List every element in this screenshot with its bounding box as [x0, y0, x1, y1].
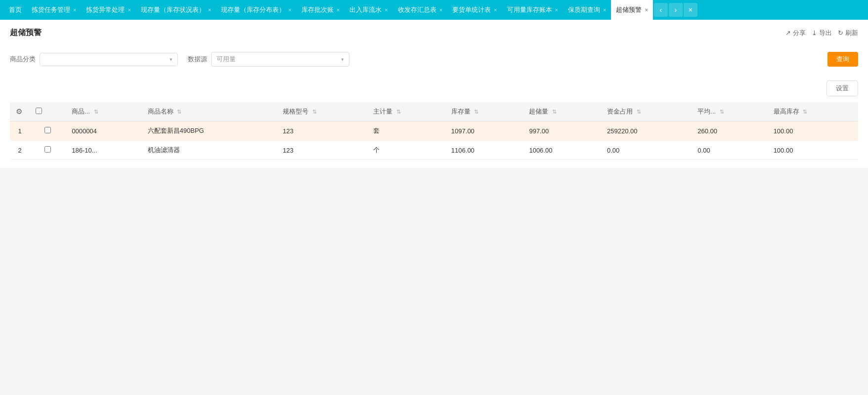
- nav-batch[interactable]: 库存批次账 ×: [297, 0, 345, 20]
- close-stock-status[interactable]: ×: [208, 7, 211, 13]
- sort-product-name-icon: ⇅: [177, 109, 181, 115]
- col-checkbox: [30, 102, 66, 121]
- nav-order-stat[interactable]: 要货单统计表 ×: [447, 0, 502, 20]
- row-2-product-name: 机油滤清器: [142, 141, 277, 160]
- refresh-button[interactable]: ↻ 刷新: [838, 29, 858, 38]
- row-2-stock-qty: 1106.00: [445, 141, 523, 160]
- col-product-code-label: 商品...: [72, 108, 90, 115]
- nav-more-arrow[interactable]: ×: [684, 3, 697, 17]
- data-source-select[interactable]: 可用量 ▾: [211, 52, 349, 67]
- nav-home[interactable]: 首页: [4, 0, 27, 20]
- close-stock-dist[interactable]: ×: [288, 7, 291, 13]
- select-all-checkbox[interactable]: [36, 108, 42, 114]
- col-product-name[interactable]: 商品名称 ⇅: [142, 102, 277, 121]
- settings-row: 设置: [10, 80, 858, 96]
- product-category-label: 商品分类: [10, 55, 36, 64]
- col-overstock-qty-label: 超储量: [529, 108, 548, 115]
- row-2-checkbox[interactable]: [44, 146, 51, 153]
- close-order-stat[interactable]: ×: [494, 7, 497, 13]
- sort-overstock-qty-icon: ⇅: [552, 109, 557, 115]
- sort-stock-qty-icon: ⇅: [474, 109, 478, 115]
- row-1-capital-usage: 259220.00: [601, 121, 692, 141]
- data-table: ⚙ 商品... ⇅ 商品名称 ⇅ 规格型号 ⇅ 主计量: [10, 102, 858, 160]
- top-nav: 首页 拣货任务管理 × 拣货异常处理 × 现存量（库存状况表） × 现存量（库存…: [0, 0, 868, 20]
- col-spec[interactable]: 规格型号 ⇅: [277, 102, 367, 121]
- close-available[interactable]: ×: [555, 7, 558, 13]
- close-collect[interactable]: ×: [439, 7, 442, 13]
- close-quality[interactable]: ×: [603, 7, 606, 13]
- row-num-2: 2: [10, 141, 30, 160]
- table-row: 1 0000004 六配套新昌490BPG 123 套 1097.00 997.…: [10, 121, 858, 141]
- col-spec-label: 规格型号: [283, 108, 308, 115]
- nav-collect[interactable]: 收发存汇总表 ×: [393, 0, 447, 20]
- product-category-value: [45, 56, 47, 63]
- share-button[interactable]: ↗ 分享: [785, 29, 806, 38]
- filter-actions: 查询: [827, 52, 858, 67]
- col-settings: ⚙: [10, 102, 30, 121]
- column-settings-icon[interactable]: ⚙: [16, 107, 22, 116]
- close-abnormal[interactable]: ×: [128, 7, 130, 13]
- row-2-max-stock: 100.00: [768, 141, 858, 160]
- row-1-avg: 260.00: [692, 121, 767, 141]
- col-overstock-qty[interactable]: 超储量 ⇅: [523, 102, 601, 121]
- col-max-stock[interactable]: 最高库存 ⇅: [768, 102, 858, 121]
- row-2-capital-usage: 0.00: [601, 141, 692, 160]
- col-unit[interactable]: 主计量 ⇅: [367, 102, 445, 121]
- col-product-name-label: 商品名称: [148, 108, 174, 115]
- close-overstock[interactable]: ×: [645, 7, 648, 13]
- nav-available[interactable]: 可用量库存账本 ×: [502, 0, 563, 20]
- col-unit-label: 主计量: [373, 108, 392, 115]
- row-1-checkbox[interactable]: [44, 127, 51, 133]
- nav-overstock[interactable]: 超储预警 ×: [611, 0, 652, 20]
- header-actions: ↗ 分享 ⤓ 导出 ↻ 刷新: [785, 29, 858, 38]
- nav-quality[interactable]: 保质期查询 ×: [563, 0, 611, 20]
- row-1-stock-qty: 1097.00: [445, 121, 523, 141]
- row-1-overstock-qty: 997.00: [523, 121, 601, 141]
- row-2-checkbox-cell: [30, 141, 66, 160]
- sort-capital-usage-icon: ⇅: [637, 109, 641, 115]
- row-1-product-code: 0000004: [66, 121, 141, 141]
- table-header-row: ⚙ 商品... ⇅ 商品名称 ⇅ 规格型号 ⇅ 主计量: [10, 102, 858, 121]
- row-2-spec: 123: [277, 141, 367, 160]
- export-icon: ⤓: [812, 29, 817, 37]
- col-max-stock-label: 最高库存: [774, 108, 799, 115]
- nav-stock-status[interactable]: 现存量（库存状况表） ×: [136, 0, 216, 20]
- nav-inout[interactable]: 出入库流水 ×: [345, 0, 392, 20]
- row-2-avg: 0.00: [692, 141, 767, 160]
- close-task-mgmt[interactable]: ×: [73, 7, 76, 13]
- table-row: 2 186-10... 机油滤清器 123 个 1106.00 1006.00 …: [10, 141, 858, 160]
- nav-stock-dist[interactable]: 现存量（库存分布表） ×: [216, 0, 296, 20]
- share-icon: ↗: [785, 29, 791, 37]
- row-1-spec: 123: [277, 121, 367, 141]
- product-category-select[interactable]: ▾: [40, 53, 178, 66]
- export-button[interactable]: ⤓ 导出: [812, 29, 832, 38]
- nav-task-mgmt[interactable]: 拣货任务管理 ×: [27, 0, 81, 20]
- row-2-product-code: 186-10...: [66, 141, 141, 160]
- row-num-1: 1: [10, 121, 30, 141]
- data-source-label: 数据源: [188, 55, 207, 64]
- sort-max-stock-icon: ⇅: [803, 109, 807, 115]
- sort-avg-icon: ⇅: [720, 109, 724, 115]
- row-2-unit: 个: [367, 141, 445, 160]
- nav-next-arrow[interactable]: ›: [669, 3, 683, 17]
- page-header: 超储预警 ↗ 分享 ⤓ 导出 ↻ 刷新: [10, 28, 858, 38]
- close-batch[interactable]: ×: [337, 7, 340, 13]
- row-1-product-name: 六配套新昌490BPG: [142, 121, 277, 141]
- col-capital-usage[interactable]: 资金占用 ⇅: [601, 102, 692, 121]
- sort-unit-icon: ⇅: [396, 109, 401, 115]
- sort-product-code-icon: ⇅: [94, 109, 98, 115]
- row-1-max-stock: 100.00: [768, 121, 858, 141]
- data-source-value: 可用量: [217, 55, 236, 64]
- data-source-filter: 数据源 可用量 ▾: [188, 52, 349, 67]
- close-inout[interactable]: ×: [385, 7, 388, 13]
- query-button[interactable]: 查询: [827, 52, 858, 67]
- settings-button[interactable]: 设置: [826, 80, 858, 96]
- col-avg[interactable]: 平均... ⇅: [692, 102, 767, 121]
- nav-abnormal[interactable]: 拣货异常处理 ×: [81, 0, 135, 20]
- col-capital-usage-label: 资金占用: [607, 108, 633, 115]
- sort-spec-icon: ⇅: [312, 109, 317, 115]
- page-title: 超储预警: [10, 28, 42, 38]
- col-product-code[interactable]: 商品... ⇅: [66, 102, 141, 121]
- col-stock-qty[interactable]: 库存量 ⇅: [445, 102, 523, 121]
- nav-prev-arrow[interactable]: ‹: [654, 3, 668, 17]
